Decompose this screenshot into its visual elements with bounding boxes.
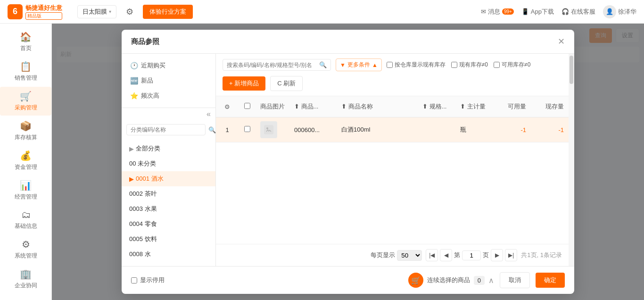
trial-button[interactable]: 体验行业方案 (143, 5, 193, 19)
page-size-select[interactable]: 50 100 (397, 250, 422, 261)
scrollbar-thumb[interactable] (570, 56, 573, 84)
sidebar-item-4[interactable]: 💰资金管理 (0, 146, 51, 175)
pagination: 每页显示 50 100 |◀ ◀ 第 (216, 244, 569, 266)
sidebar-item-7[interactable]: ⚙系统管理 (0, 235, 51, 264)
sidebar-item-label: 基础信息 (15, 222, 37, 230)
th-name: ⬆ 商品名称 (337, 96, 418, 117)
scrollbar[interactable] (569, 54, 574, 266)
sidebar-item-0[interactable]: 🏠首页 (0, 27, 51, 56)
next-page-button[interactable]: ▶ (491, 249, 503, 261)
logo-text: 畅捷通好生意 精品版 (25, 4, 62, 20)
sidebar-item-label: 系统管理 (15, 252, 37, 260)
sidebar-item-8[interactable]: 🏢企业协同 (0, 265, 51, 293)
sidebar-item-label: 销售管理 (15, 74, 37, 82)
collapse-left-icon[interactable]: « (206, 110, 211, 118)
sidebar-icon: 🛒 (20, 91, 32, 102)
table-toolbar: 🔍 ▼ 更多条件 ▲ 按仓库显示现有库存 (216, 54, 569, 96)
filter-icon: ▼ (340, 62, 346, 68)
last-page-button[interactable]: ▶| (505, 249, 517, 261)
sidebar-item-1[interactable]: 📋销售管理 (0, 57, 51, 86)
store-name: 日太阳膜 (83, 8, 107, 16)
th-image: 商品图片 (256, 96, 289, 117)
left-panel: 🕐 近期购买 🆕 新品 ⭐ 频次高 (122, 54, 216, 266)
category-search-icon[interactable]: 🔍 (208, 126, 216, 133)
refresh-button[interactable]: C 刷新 (270, 76, 303, 91)
row-checkbox[interactable] (244, 126, 250, 132)
product-reference-dialog: 商品参照 ✕ 🕐 近期购买 🆕 (122, 30, 574, 294)
chevron-down-icon: ▾ (109, 9, 111, 14)
category-item-water[interactable]: 0008 水 (122, 247, 215, 261)
star-icon: ⭐ (130, 92, 138, 100)
row-name: 白酒100ml (337, 117, 418, 142)
page-number-input[interactable] (462, 250, 481, 260)
row-spec (418, 117, 455, 142)
first-page-button[interactable]: |◀ (426, 249, 438, 261)
sidebar-icon: 📋 (20, 61, 32, 72)
cancel-button[interactable]: 取消 (500, 272, 530, 288)
show-disabled-checkbox[interactable]: 显示停用 (131, 276, 165, 284)
category-search-input[interactable] (126, 124, 206, 135)
sidebar-item-3[interactable]: 📦库存核算 (0, 117, 51, 145)
sidebar: 🏠首页📋销售管理🛒采购管理📦库存核算💰资金管理📊经营管理🗂基础信息⚙系统管理🏢企… (0, 24, 52, 300)
dialog-overlay: 商品参照 ✕ 🕐 近期购买 🆕 (52, 24, 644, 300)
user-menu[interactable]: 👤 徐泽华 (603, 5, 636, 18)
tab-high-frequency[interactable]: ⭐ 频次高 (126, 89, 211, 103)
column-settings-icon[interactable]: ⚙ (221, 100, 234, 113)
search-icon[interactable]: 🔍 (319, 61, 327, 68)
close-button[interactable]: ✕ (558, 36, 565, 47)
sidebar-item-label: 经营管理 (15, 193, 37, 201)
page-info: 共1页, 1条记录 (521, 251, 562, 259)
cart-icon[interactable]: 🛒 (408, 273, 423, 288)
panel-collapse-area: « (122, 108, 215, 120)
store-selector[interactable]: 日太阳膜 ▾ (77, 5, 116, 18)
sidebar-item-5[interactable]: 📊经营管理 (0, 176, 51, 205)
message-badge: 99+ (502, 8, 514, 15)
checkbox-warehouse-stock[interactable]: 按仓库显示现有库存 (387, 61, 446, 69)
layout: 🏠首页📋销售管理🛒采购管理📦库存核算💰资金管理📊经营管理🗂基础信息⚙系统管理🏢企… (0, 24, 644, 300)
add-product-button[interactable]: + 新增商品 (223, 76, 265, 91)
cart-count: 0 (474, 276, 485, 285)
sidebar-item-9[interactable]: 📖新手引导 (0, 294, 51, 300)
th-checkbox (239, 96, 256, 117)
confirm-button[interactable]: 确定 (536, 273, 565, 288)
product-table: ⚙ 商品图片 ⬆ 商品... (216, 96, 569, 142)
prev-page-button[interactable]: ◀ (440, 249, 452, 261)
customer-service-link[interactable]: 🎧 在线客服 (561, 8, 595, 16)
checkbox-nonzero-stock[interactable]: 现有库存≠0 (451, 61, 488, 69)
product-search-input[interactable] (227, 62, 316, 68)
tab-recent-purchase[interactable]: 🕐 近期购买 (126, 58, 211, 73)
svg-point-1 (266, 127, 268, 129)
category-item-fruit[interactable]: 0003 水果 (122, 201, 215, 217)
sidebar-icon: 📊 (20, 180, 32, 191)
more-filters-button[interactable]: ▼ 更多条件 ▲ (336, 58, 382, 71)
tab-new-products[interactable]: 🆕 新品 (126, 74, 211, 88)
checkbox-nonzero-available[interactable]: 可用库存≠0 (494, 61, 530, 69)
logo-icon: 6 (8, 4, 23, 19)
sidebar-item-2[interactable]: 🛒采购管理 (0, 87, 51, 116)
app-download-link[interactable]: 📱 App下载 (521, 8, 554, 16)
sidebar-item-label: 库存核算 (15, 133, 37, 142)
left-tabs: 🕐 近期购买 🆕 新品 ⭐ 频次高 (122, 58, 215, 108)
cart-area: 🛒 连续选择的商品 0 ∧ (408, 273, 494, 288)
category-list: ▶ 全部分类 00 未分类 ▶ 0001 酒水 0002 茶叶 0003 水果 … (122, 139, 215, 261)
th-code: ⬆ 商品... (289, 96, 337, 117)
row-available: -1 (493, 117, 531, 142)
row-stock: -1 (531, 117, 569, 142)
sidebar-item-6[interactable]: 🗂基础信息 (0, 206, 51, 234)
settings-icon[interactable]: ⚙ (122, 4, 137, 19)
footer-collapse-icon[interactable]: ∧ (488, 276, 494, 285)
category-item-snacks[interactable]: 0004 零食 (122, 217, 215, 232)
messages-link[interactable]: ✉ 消息 99+ (481, 8, 514, 16)
navbar-actions: ✉ 消息 99+ 📱 App下载 🎧 在线客服 👤 徐泽华 (481, 5, 636, 18)
navbar: 6 畅捷通好生意 精品版 日太阳膜 ▾ ⚙ 体验行业方案 ✉ 消息 99+ 📱 … (0, 0, 644, 24)
sidebar-item-label: 采购管理 (15, 104, 37, 112)
select-all-checkbox[interactable] (244, 103, 250, 109)
category-item-tea[interactable]: 0002 茶叶 (122, 186, 215, 201)
show-disabled-input[interactable] (131, 277, 137, 283)
category-item-all[interactable]: ▶ 全部分类 (122, 141, 215, 156)
category-item-uncategorized[interactable]: 00 未分类 (122, 156, 215, 171)
category-item-alcohol[interactable]: ▶ 0001 酒水 (122, 171, 215, 186)
table-row[interactable]: 1 (216, 117, 569, 142)
category-item-beverages[interactable]: 0005 饮料 (122, 232, 215, 247)
row-unit: 瓶 (455, 117, 493, 142)
